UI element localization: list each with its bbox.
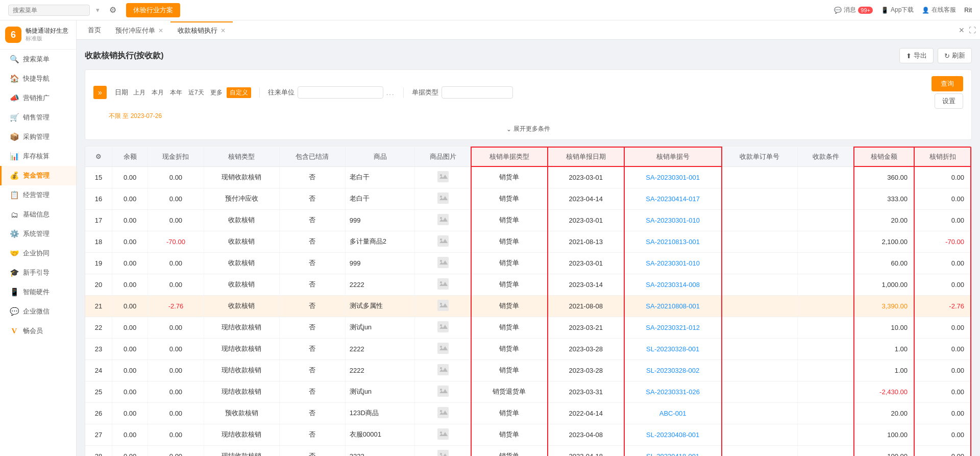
cell-verify-discount: 0.00 <box>914 166 971 188</box>
bill-no-link[interactable]: SA-20230321-012 <box>646 324 700 331</box>
cell-verify-bill-no[interactable]: SL-20230328-001 <box>624 338 722 359</box>
col-verify-type: 核销类型 <box>204 147 279 166</box>
col-include-settled: 包含已结清 <box>279 147 345 166</box>
cell-receipt-order-no <box>722 252 798 274</box>
page-content: 收款核销执行(按收款) ⬆ 导出 ↻ 刷新 » <box>77 40 980 456</box>
bill-no-link[interactable]: SA-20230301-001 <box>646 174 700 181</box>
date-opt-this-month[interactable]: 本月 <box>150 87 166 98</box>
sidebar-item-wechat[interactable]: 💬 企业微信 <box>0 302 76 321</box>
tab-home[interactable]: 首页 <box>81 22 108 38</box>
bill-no-link[interactable]: ABC-001 <box>659 410 687 417</box>
sidebar-item-basic[interactable]: 🗂 基础信息 <box>0 205 76 224</box>
cell-verify-bill-no[interactable]: SA-20210813-001 <box>624 231 722 252</box>
online-service[interactable]: 👤 在线客服 <box>922 6 956 14</box>
cell-include-settled: 否 <box>279 424 345 445</box>
date-opt-custom[interactable]: 自定义 <box>227 87 251 98</box>
date-opt-last7[interactable]: 近7天 <box>186 87 206 98</box>
tab-prepay[interactable]: 预付冲应付单 ✕ <box>108 21 170 39</box>
bill-no-link[interactable]: SL-20230408-001 <box>646 431 699 439</box>
cell-verify-bill-no[interactable]: SA-20230414-017 <box>624 188 722 209</box>
bill-no-link[interactable]: SL-20230328-002 <box>646 367 699 374</box>
cell-id: 18 <box>85 231 112 252</box>
sidebar-label-enterprise: 企业协同 <box>23 249 50 258</box>
tab-expand-icon[interactable]: ⛶ <box>969 26 976 34</box>
cell-verify-bill-no[interactable]: SA-20230314-008 <box>624 274 722 295</box>
cell-verify-discount: 0.00 <box>914 402 971 424</box>
bill-no-link[interactable]: SA-20230301-010 <box>646 259 700 267</box>
bill-type-select[interactable] <box>442 86 513 99</box>
cell-verify-bill-date: 2023-04-18 <box>548 445 624 456</box>
col-verify-bill-no: 核销单据号 <box>624 147 722 166</box>
date-opt-this-year[interactable]: 本年 <box>168 87 184 98</box>
tab-prepay-close[interactable]: ✕ <box>158 27 163 34</box>
col-settings[interactable]: ⚙ <box>85 147 112 166</box>
filter-expand-arrow[interactable]: » <box>93 86 107 99</box>
svg-rect-14 <box>437 321 449 332</box>
bill-no-link[interactable]: SA-20230331-026 <box>646 388 700 396</box>
sidebar-item-shortcut[interactable]: 🏠 快捷导航 <box>0 69 76 88</box>
sidebar-item-sales[interactable]: 🛒 销售管理 <box>0 108 76 127</box>
filter-divider-2 <box>403 87 404 98</box>
refresh-btn[interactable]: ↻ 刷新 <box>938 48 972 63</box>
from-unit-input[interactable] <box>298 86 383 99</box>
message-icon[interactable]: 💬 消息 99+ <box>834 6 873 14</box>
sidebar-item-purchase[interactable]: 📦 采购管理 <box>0 127 76 147</box>
bill-no-link[interactable]: SA-20230414-017 <box>646 195 700 203</box>
sidebar-item-inventory[interactable]: 📊 库存核算 <box>0 147 76 166</box>
cell-verify-bill-no[interactable]: ABC-001 <box>624 402 722 424</box>
sidebar-item-system[interactable]: ⚙️ 系统管理 <box>0 224 76 244</box>
cell-verify-bill-no[interactable]: SL-20230328-002 <box>624 359 722 381</box>
table-row: 15 0.00 0.00 现销收款核销 否 老白干 销货单 2023-03-01… <box>85 166 971 188</box>
tab-verify[interactable]: 收款核销执行 ✕ <box>170 21 233 39</box>
industry-btn[interactable]: 休验行业方案 <box>126 3 180 17</box>
cell-verify-bill-no[interactable]: SL-20230408-001 <box>624 424 722 445</box>
cell-verify-bill-no[interactable]: SA-20230331-026 <box>624 381 722 402</box>
sidebar-item-marketing[interactable]: 📣 营销推广 <box>0 88 76 108</box>
tab-close-icon[interactable]: ✕ <box>959 26 965 34</box>
export-btn[interactable]: ⬆ 导出 <box>899 48 934 63</box>
bill-no-link[interactable]: SL-20230418-001 <box>646 452 699 457</box>
top-search-input[interactable] <box>8 5 90 16</box>
sidebar-item-hardware[interactable]: 📱 智能硬件 <box>0 282 76 302</box>
settings-gear-icon[interactable]: ⚙ <box>106 3 120 17</box>
bill-no-link[interactable]: SA-20210813-001 <box>646 238 700 246</box>
cell-verify-bill-no[interactable]: SL-20230418-001 <box>624 445 722 456</box>
dropdown-arrow-icon[interactable]: ▾ <box>96 6 100 14</box>
bill-no-link[interactable]: SA-20210808-001 <box>646 302 700 310</box>
date-options: 上月 本月 本年 近7天 更多 自定义 <box>131 87 251 98</box>
cell-verify-bill-no[interactable]: SA-20230321-012 <box>624 317 722 338</box>
cell-verify-bill-no[interactable]: SA-20210808-001 <box>624 295 722 317</box>
sidebar-item-member[interactable]: V 畅会员 <box>0 321 76 341</box>
cell-product-image <box>415 166 471 188</box>
bill-no-link[interactable]: SL-20230328-001 <box>646 345 699 353</box>
cell-verify-bill-type: 销货单 <box>471 188 548 209</box>
cell-balance: 0.00 <box>112 317 148 338</box>
bill-no-link[interactable]: SA-20230301-010 <box>646 217 700 224</box>
date-opt-more[interactable]: 更多 <box>208 87 225 98</box>
filter-settings-btn[interactable]: 设置 <box>935 93 963 109</box>
cell-receipt-order-no <box>722 359 798 381</box>
sidebar-item-operation[interactable]: 📋 经营管理 <box>0 185 76 205</box>
svg-point-7 <box>440 238 442 241</box>
app-download[interactable]: 📱 App下载 <box>881 6 914 14</box>
cell-verify-bill-no[interactable]: SA-20230301-010 <box>624 252 722 274</box>
cell-include-settled: 否 <box>279 231 345 252</box>
sidebar-item-search[interactable]: 🔍 搜索菜单 <box>0 50 76 69</box>
cell-verify-bill-no[interactable]: SA-20230301-001 <box>624 166 722 188</box>
bill-no-link[interactable]: SA-20230314-008 <box>646 281 700 289</box>
cell-include-settled: 否 <box>279 274 345 295</box>
sidebar-item-finance[interactable]: 💰 资金管理 <box>0 166 76 185</box>
date-opt-last-month[interactable]: 上月 <box>131 87 148 98</box>
tab-verify-close[interactable]: ✕ <box>220 27 226 34</box>
cell-product-image <box>415 381 471 402</box>
cell-verify-bill-no[interactable]: SA-20230301-010 <box>624 209 722 231</box>
cell-receipt-condition <box>798 209 854 231</box>
query-btn[interactable]: 查询 <box>932 76 963 91</box>
cell-verify-type: 现结收款核销 <box>204 317 279 338</box>
sidebar-label-marketing: 营销推广 <box>23 93 50 103</box>
col-verify-amount: 核销金额 <box>854 147 914 166</box>
sidebar-item-guide[interactable]: 🎓 新手引导 <box>0 263 76 282</box>
sidebar-item-enterprise[interactable]: 🤝 企业协同 <box>0 244 76 263</box>
expand-more-btn[interactable]: ⌄ 展开更多条件 <box>506 125 550 133</box>
cell-receipt-order-no <box>722 209 798 231</box>
